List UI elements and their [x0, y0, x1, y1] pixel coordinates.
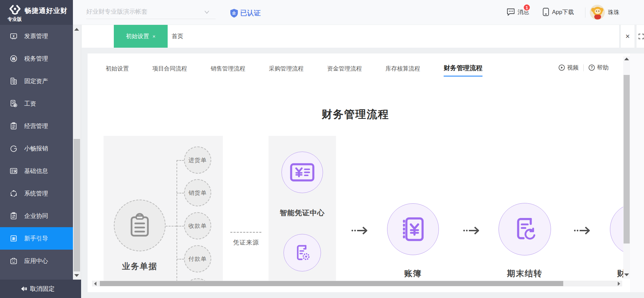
svg-text:企: 企: [232, 11, 236, 15]
content-vertical-scrollbar[interactable]: [623, 56, 630, 279]
page-tab-bar: 首页 初始设置 ×: [82, 25, 619, 48]
voucher-source-label: 凭证来源: [224, 238, 268, 247]
sidebar-nav: ¥发票管理税税务管理固定资产工资经营管理小畅报销基础信息系统管理企业协同新新手引…: [0, 25, 73, 280]
sidebar-item-6[interactable]: 小畅报销: [0, 137, 73, 160]
app-download-label: App下载: [552, 8, 574, 16]
svg-text:?: ?: [591, 65, 593, 69]
unpin-sidebar-button[interactable]: 取消固定: [0, 280, 81, 298]
sidebar-item-label: 经营管理: [24, 122, 48, 130]
flow-arrow-icon: [463, 225, 480, 236]
content-tab-2[interactable]: 项目合同流程: [152, 65, 187, 77]
vertical-scrollbar-thumb[interactable]: [624, 75, 630, 244]
chevron-down-icon: [204, 10, 210, 15]
sidebar-item-4[interactable]: 工资: [0, 92, 73, 115]
tab-close-icon[interactable]: ×: [153, 33, 156, 39]
expand-icon: [639, 33, 644, 40]
content-tab-7[interactable]: 财务管理流程: [444, 64, 482, 77]
sidebar-item-1[interactable]: ¥发票管理: [0, 25, 73, 47]
newbie-guide-icon: 新: [10, 234, 18, 242]
scroll-down-icon[interactable]: [74, 274, 79, 277]
content-tab-1[interactable]: 初始设置: [106, 65, 129, 77]
chanjet-logo-icon: [9, 4, 21, 15]
app-center-icon: [10, 257, 18, 265]
flow-node-3: [610, 203, 623, 255]
xiaochang-expense-icon: [10, 144, 18, 153]
sidebar-item-10[interactable]: 新新手引导: [0, 227, 73, 250]
content-tab-3[interactable]: 销售管理流程: [211, 65, 245, 77]
svg-text:¥: ¥: [13, 34, 14, 38]
scroll-right-icon[interactable]: [618, 282, 620, 286]
content-card: 财务管理流程 业务单据 进货单销货单收款单付款单 凭证来源: [88, 53, 644, 292]
close-page-button[interactable]: ×: [621, 25, 634, 48]
flow-arrow-icon: [573, 225, 591, 236]
document-node-3: 收款单: [184, 212, 211, 239]
sidebar-scrollbar[interactable]: [73, 25, 81, 280]
sidebar-item-3[interactable]: 固定资产: [0, 70, 73, 92]
expand-page-button[interactable]: [637, 25, 644, 48]
card-right-strip: [630, 53, 644, 292]
video-label: 视频: [567, 64, 579, 72]
sidebar-item-label: 工资: [24, 99, 36, 108]
sidebar-item-2[interactable]: 税税务管理: [0, 47, 73, 70]
voucher-yuan-icon: [290, 162, 315, 183]
fixed-assets-icon: [10, 77, 18, 85]
sidebar-item-label: 企业协同: [24, 212, 48, 220]
scroll-up-icon[interactable]: [624, 58, 629, 60]
close-icon: ×: [626, 32, 630, 41]
content-tab-5[interactable]: 资金管理流程: [327, 65, 362, 77]
sidebar-item-7[interactable]: 基础信息: [0, 160, 73, 182]
salary-icon: [10, 99, 18, 108]
user-menu[interactable]: 珠珠: [590, 5, 619, 20]
voucher-source-divider: [230, 232, 261, 233]
content-tab-6[interactable]: 库存核算流程: [385, 65, 420, 77]
sidebar-scrollbar-thumb[interactable]: [74, 139, 80, 271]
horizontal-scrollbar-thumb[interactable]: [100, 281, 563, 286]
content-horizontal-scrollbar[interactable]: [92, 281, 622, 286]
flow-title: 财务管理流程: [88, 107, 623, 122]
app-download-button[interactable]: App下载: [542, 7, 574, 16]
app-logo-block: 畅捷通好业财 专业版: [0, 0, 73, 25]
sidebar-item-11[interactable]: 应用中心: [0, 250, 73, 272]
unpin-icon: [20, 286, 27, 292]
content-tab-bar: 初始设置项目合同流程销售管理流程采购管理流程资金管理流程库存核算流程财务管理流程: [106, 61, 482, 77]
sidebar-item-label: 发票管理: [24, 32, 48, 40]
flow-node-label-1: 账簿: [379, 268, 447, 279]
scroll-up-icon[interactable]: [74, 28, 79, 31]
sidebar-item-9[interactable]: 企业协同: [0, 205, 73, 227]
tab-side-controls: 视频 ? 帮助: [558, 64, 609, 72]
tab-initial-setup[interactable]: 初始设置 ×: [114, 25, 168, 48]
message-bubble-icon: [506, 7, 515, 16]
connector-line: [177, 160, 177, 281]
scroll-down-icon[interactable]: [624, 273, 629, 276]
messages-button[interactable]: 消息 1: [506, 7, 529, 16]
sidebar-item-8[interactable]: 系统管理: [0, 182, 73, 205]
shield-icon: 企: [230, 9, 238, 18]
sidebar-item-5[interactable]: 经营管理: [0, 115, 73, 137]
sidebar-item-label: 小畅报销: [24, 144, 48, 153]
certified-label: 已认证: [240, 9, 261, 18]
connector-line: [177, 193, 184, 193]
content-tab-4[interactable]: 采购管理流程: [269, 65, 304, 77]
document-node-1: 进货单: [184, 146, 211, 174]
messages-badge: 1: [523, 4, 531, 11]
smart-voucher-label: 智能凭证中心: [268, 208, 336, 218]
top-bar: 好业财专业版演示帐套 企 已认证 消息 1 App下载: [73, 0, 644, 25]
video-button[interactable]: 视频: [558, 64, 579, 72]
phone-icon: [542, 7, 550, 16]
help-button[interactable]: ? 帮助: [588, 64, 609, 72]
invoice-icon: ¥: [10, 32, 18, 40]
document-gear-icon: [292, 243, 312, 263]
document-node-2: 销货单: [184, 179, 211, 206]
sidebar-item-label: 税务管理: [24, 54, 48, 63]
scroll-left-icon[interactable]: [94, 282, 96, 286]
base-info-icon: [10, 167, 18, 175]
account-set-selector[interactable]: 好业财专业版演示帐套: [86, 7, 216, 19]
tax-icon: 税: [10, 54, 18, 63]
sidebar-item-label: 新手引导: [24, 234, 48, 242]
document-node-4: 付款单: [184, 245, 211, 272]
smart-voucher-node: [281, 152, 323, 193]
tab-home[interactable]: 首页: [172, 25, 192, 48]
tab-initial-setup-label: 初始设置: [126, 32, 149, 40]
flow-node-label-3: 财: [617, 268, 623, 279]
flow-node-1: [387, 203, 439, 255]
